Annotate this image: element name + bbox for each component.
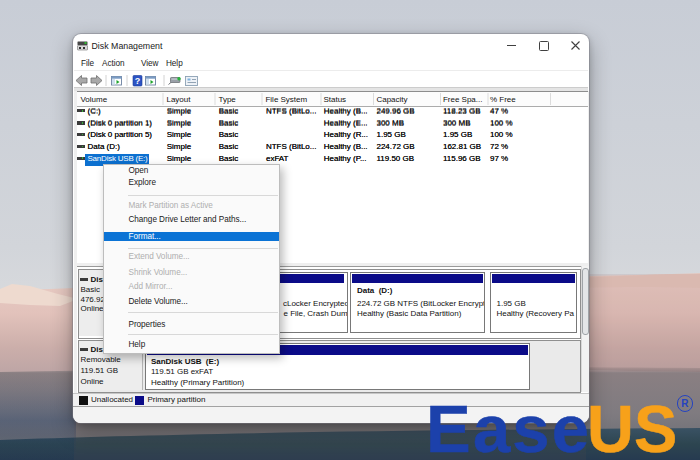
svg-text:?: ? (135, 76, 141, 86)
